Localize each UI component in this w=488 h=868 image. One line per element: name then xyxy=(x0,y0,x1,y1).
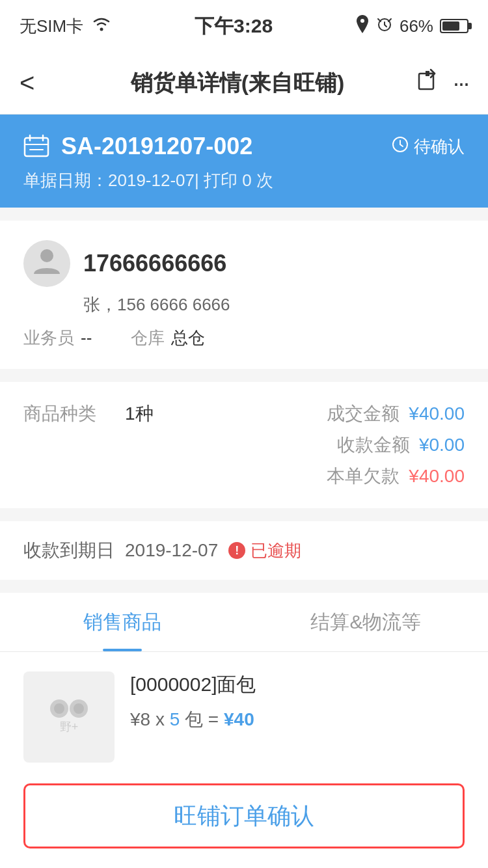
date-label: 单据日期： xyxy=(23,170,108,190)
sales-meta: 业务员 -- xyxy=(23,327,92,349)
received-row: 收款金额 ¥0.00 xyxy=(337,433,465,457)
clock-icon xyxy=(392,136,409,157)
order-id-row: SA-20191207-002 待确认 xyxy=(23,133,465,160)
due-date-label: 收款到期日 xyxy=(23,538,115,563)
product-list: 野+ [0000002]面包 ¥8 x 5 包 = ¥40 xyxy=(0,652,488,783)
duedate-card: 收款到期日 2019-12-07 ! 已逾期 xyxy=(0,521,488,580)
alarm-icon xyxy=(376,16,393,37)
sales-value: -- xyxy=(81,328,92,348)
order-date-row: 单据日期：2019-12-07| 打印 0 次 xyxy=(23,169,465,192)
customer-row: 17666666666 xyxy=(23,240,465,287)
confirm-order-button[interactable]: 旺铺订单确认 xyxy=(23,783,465,848)
total-price: ¥40 xyxy=(224,709,254,729)
owed-label: 本单欠款 xyxy=(327,464,400,489)
owed-value: ¥40.00 xyxy=(409,466,465,487)
svg-point-10 xyxy=(74,703,84,714)
tabs-container: 销售商品 结算&物流等 野+ xyxy=(0,593,488,783)
deal-amount-label: 成交金额 xyxy=(327,401,400,426)
svg-point-1 xyxy=(360,19,364,23)
order-header-card: SA-20191207-002 待确认 单据日期：2019-12-07| 打印 … xyxy=(0,115,488,208)
warehouse-meta: 仓库 总仓 xyxy=(131,327,205,349)
received-label: 收款金额 xyxy=(337,433,410,457)
tab-active-indicator xyxy=(103,649,142,651)
product-info: [0000002]面包 ¥8 x 5 包 = ¥40 xyxy=(130,671,465,732)
tab-products-label: 销售商品 xyxy=(83,609,161,636)
share-button[interactable] xyxy=(416,68,440,98)
nav-bar: < 销货单详情(来自旺铺) ··· xyxy=(0,52,488,115)
tab-settlement[interactable]: 结算&物流等 xyxy=(244,593,488,651)
battery-icon xyxy=(440,19,468,33)
sales-label: 业务员 xyxy=(23,327,74,349)
status-left: 无SIM卡 xyxy=(20,15,112,38)
overdue-text: 已逾期 xyxy=(251,539,301,562)
quantity: 5 xyxy=(170,709,180,729)
warehouse-value: 总仓 xyxy=(171,327,205,349)
more-button[interactable]: ··· xyxy=(453,70,468,97)
page-title: 销货单详情(来自旺铺) xyxy=(131,68,345,98)
product-thumbnail: 野+ xyxy=(23,671,115,763)
owed-row: 本单欠款 ¥40.00 xyxy=(327,464,465,489)
summary-card: 商品种类 1种 成交金额 ¥40.00 收款金额 ¥0.00 本单欠款 ¥40.… xyxy=(0,382,488,508)
tab-products[interactable]: 销售商品 xyxy=(0,593,244,651)
summary-right: 成交金额 ¥40.00 收款金额 ¥0.00 本单欠款 ¥40.00 xyxy=(327,401,465,489)
summary-left: 商品种类 1种 xyxy=(23,401,154,426)
deal-amount-row: 成交金额 ¥40.00 xyxy=(327,401,465,426)
status-right: 66% xyxy=(355,15,468,38)
battery-text: 66% xyxy=(400,16,433,36)
equals-sign: = xyxy=(208,709,224,729)
svg-text:野+: 野+ xyxy=(60,720,79,733)
multiply-sign: x xyxy=(156,709,170,729)
overdue-badge: ! 已逾期 xyxy=(228,539,301,562)
product-price: ¥8 x 5 包 = ¥40 xyxy=(130,707,465,732)
svg-point-6 xyxy=(40,249,53,262)
status-bar: 无SIM卡 下午3:28 66% xyxy=(0,0,488,52)
svg-point-8 xyxy=(54,703,64,714)
unit: 包 xyxy=(185,709,203,729)
unit-price: ¥8 xyxy=(130,709,150,729)
order-status-text: 待确认 xyxy=(414,135,465,158)
product-name: [0000002]面包 xyxy=(130,671,465,698)
overdue-icon: ! xyxy=(228,542,245,559)
deal-amount-value: ¥40.00 xyxy=(409,403,465,424)
back-button[interactable]: < xyxy=(20,68,59,98)
customer-meta: 业务员 -- 仓库 总仓 xyxy=(23,327,465,349)
print-info: | 打印 0 次 xyxy=(195,170,273,190)
nav-actions: ··· xyxy=(416,68,468,98)
due-date-value: 2019-12-07 xyxy=(125,540,218,561)
svg-point-0 xyxy=(100,27,103,31)
order-status: 待确认 xyxy=(392,135,465,158)
goods-type-row: 商品种类 1种 xyxy=(23,401,154,426)
svg-rect-4 xyxy=(25,138,48,156)
product-name-text: 面包 xyxy=(217,673,256,695)
carrier-text: 无SIM卡 xyxy=(20,15,83,38)
product-code: [0000002] xyxy=(130,673,217,695)
received-value: ¥0.00 xyxy=(419,435,465,455)
location-icon xyxy=(355,15,370,38)
avatar xyxy=(23,240,70,287)
product-item: 野+ [0000002]面包 ¥8 x 5 包 = ¥40 xyxy=(0,652,488,783)
warehouse-label: 仓库 xyxy=(131,327,165,349)
product-logo-icon: 野+ xyxy=(40,690,98,744)
order-id-text: SA-20191207-002 xyxy=(61,133,252,160)
order-icon xyxy=(23,134,52,159)
customer-phone: 17666666666 xyxy=(83,250,226,277)
avatar-icon xyxy=(31,245,62,282)
tab-settlement-label: 结算&物流等 xyxy=(310,609,421,636)
customer-card: 17666666666 张，156 6666 6666 业务员 -- 仓库 总仓 xyxy=(0,221,488,369)
bottom-bar: 旺铺订单确认 xyxy=(0,770,488,868)
tabs-bar: 销售商品 结算&物流等 xyxy=(0,593,488,652)
goods-type-label: 商品种类 xyxy=(23,401,115,426)
order-date: 2019-12-07 xyxy=(108,170,195,190)
order-id: SA-20191207-002 xyxy=(23,133,252,160)
customer-name: 张，156 6666 6666 xyxy=(83,293,465,316)
status-time: 下午3:28 xyxy=(195,13,273,40)
wifi-icon xyxy=(91,16,112,36)
goods-type-value: 1种 xyxy=(125,401,154,426)
